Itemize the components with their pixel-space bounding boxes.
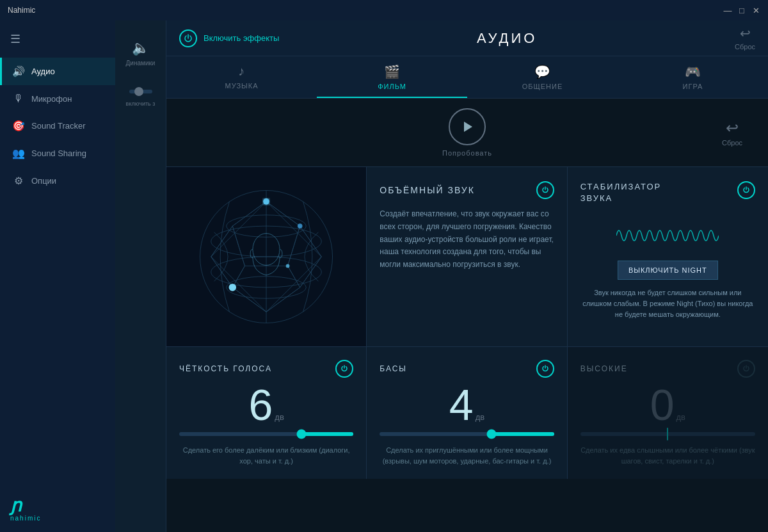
window-controls: — □ ✕ [723, 6, 760, 15]
device-toggle-thumb [134, 87, 143, 96]
stabilizer-power-toggle[interactable] [737, 181, 755, 199]
try-button[interactable]: Попробовать [442, 108, 492, 157]
nahimic-logo-symbol: ɲ [10, 497, 22, 515]
voice-slider-thumb [296, 430, 306, 439]
svg-point-7 [298, 223, 303, 229]
chat-tab-icon: 💬 [534, 64, 551, 79]
reset-corner-button[interactable]: ↩ Сброс [722, 119, 742, 147]
stabilizer-desc: Звук никогда не будет слишком сильным ил… [580, 287, 755, 320]
sidebar-item-sharing-label: Sound Sharing [31, 149, 86, 158]
voice-header: ЧЁТКОСТЬ ГОЛОСА [179, 360, 353, 378]
bottom-row: ЧЁТКОСТЬ ГОЛОСА 6 дв [166, 347, 768, 479]
voice-value: 6 [249, 383, 273, 426]
tab-game-label: ИГРА [683, 83, 703, 90]
voice-slider-fill [301, 432, 354, 436]
treble-value: 0 [650, 383, 675, 426]
reset-corner-label: Сброс [722, 139, 742, 147]
music-tab-icon: ♪ [238, 64, 245, 79]
waveform-container [580, 220, 755, 251]
nahimic-logo: ɲ nahimic [10, 497, 41, 522]
bass-slider-track[interactable] [380, 432, 554, 436]
bass-unit: дв [476, 412, 485, 422]
main-header: Включить эффекты АУДИО ↩ Сброс [166, 20, 768, 56]
bass-desc: Сделать их приглушёнными или более мощны… [380, 445, 554, 466]
surround-sphere-svg [193, 183, 340, 330]
try-row: Попробовать ↩ Сброс [166, 99, 768, 167]
sidebar-logo: ɲ nahimic [0, 487, 115, 532]
waveform-svg [616, 220, 719, 251]
device-toggle-label: включить з [126, 101, 156, 107]
close-button[interactable]: ✕ [751, 6, 760, 15]
bass-card: БАСЫ 4 дв Сд [367, 347, 567, 479]
sidebar-item-options-label: Опции [31, 176, 56, 186]
treble-power-toggle[interactable] [737, 360, 755, 378]
stabilizer-header: СТАБИЛИЗАТОР ЗВУКА [580, 181, 755, 204]
night-button[interactable]: ВЫКЛЮЧИТЬ NIGHT [618, 261, 718, 280]
enable-effects-button[interactable]: Включить эффекты [179, 29, 279, 47]
tab-film[interactable]: 🎬 ФИЛЬМ [317, 56, 467, 98]
voice-desc: Сделать его более далёким или близким (д… [179, 445, 353, 466]
tab-chat[interactable]: 💬 ОБЩЕНИЕ [467, 56, 618, 98]
sidebar-item-microphone-label: Микрофон [31, 94, 72, 104]
voice-power-icon [340, 365, 348, 373]
treble-title: ВЫСОКИЕ [580, 364, 628, 373]
svg-point-6 [263, 198, 269, 205]
maximize-button[interactable]: □ [737, 6, 746, 15]
enable-text: Включить эффекты [204, 33, 279, 43]
surround-power-toggle[interactable] [536, 181, 554, 199]
titlebar: Nahimic — □ ✕ [0, 0, 768, 20]
sidebar-item-options[interactable]: ⚙ Опции [0, 167, 115, 195]
treble-header: ВЫСОКИЕ [580, 360, 755, 378]
device-panel: 🔈 Динамики включить з [115, 20, 166, 532]
svg-point-9 [286, 264, 290, 268]
svg-marker-0 [464, 122, 472, 132]
stabilizer-power-icon [742, 186, 750, 194]
device-toggle-track[interactable] [129, 90, 152, 93]
power-svg [184, 34, 193, 43]
voice-title: ЧЁТКОСТЬ ГОЛОСА [179, 364, 272, 373]
bass-db-display: 4 дв [380, 383, 554, 427]
stabilizer-card: СТАБИЛИЗАТОР ЗВУКА ВЫКЛЮЧИТЬ NIG [568, 167, 768, 346]
audio-icon: 🔊 [12, 65, 25, 77]
device-speakers[interactable]: 🔈 Динамики [115, 33, 166, 73]
treble-card: ВЫСОКИЕ 0 дв Сделать их е [568, 347, 768, 479]
sidebar-item-sound-sharing[interactable]: 👥 Sound Sharing [0, 140, 115, 167]
try-label: Попробовать [442, 149, 492, 157]
hamburger-menu[interactable]: ☰ [0, 27, 115, 51]
microphone-icon: 🎙 [12, 93, 25, 104]
bass-slider-thumb [486, 430, 496, 439]
tab-film-label: ФИЛЬМ [378, 83, 406, 90]
svg-point-8 [229, 284, 237, 291]
bass-header: БАСЫ [380, 360, 554, 378]
tab-game[interactable]: 🎮 ИГРА [618, 56, 768, 98]
sidebar-item-audio[interactable]: 🔊 Аудио [0, 58, 115, 85]
voice-db-display: 6 дв [179, 383, 353, 427]
minimize-button[interactable]: — [723, 6, 732, 15]
try-btn-circle [449, 108, 486, 145]
play-icon [460, 120, 474, 134]
sidebar-item-sound-tracker[interactable]: 🎯 Sound Tracker [0, 112, 115, 140]
treble-power-icon [742, 365, 750, 373]
speakers-icon: 🔈 [132, 40, 149, 56]
tab-music-label: МУЗЫКА [225, 82, 258, 90]
voice-unit: дв [275, 412, 284, 422]
voice-slider-track[interactable] [179, 432, 353, 436]
voice-card: ЧЁТКОСТЬ ГОЛОСА 6 дв [166, 347, 367, 479]
sidebar-item-microphone[interactable]: 🎙 Микрофон [0, 85, 115, 112]
reset-icon: ↩ [740, 26, 751, 41]
surround-sphere-card [166, 167, 367, 346]
nahimic-logo-text: nahimic [10, 515, 41, 522]
tab-music[interactable]: ♪ МУЗЫКА [166, 56, 317, 98]
bass-power-toggle[interactable] [536, 360, 554, 378]
treble-desc: Сделать их едва слышными или более чётки… [580, 445, 755, 466]
page-title: АУДИО [279, 30, 735, 47]
bass-value: 4 [449, 383, 474, 426]
treble-slider-track[interactable] [580, 432, 755, 436]
voice-power-toggle[interactable] [335, 360, 353, 378]
surround-desc: Создаёт впечатление, что звук окружает в… [380, 208, 554, 271]
device-toggle[interactable]: включить з [115, 79, 166, 113]
tab-chat-label: ОБЩЕНИЕ [522, 83, 563, 90]
app-body: ☰ 🔊 Аудио 🎙 Микрофон 🎯 Sound Tracker 👥 S… [0, 20, 768, 532]
options-icon: ⚙ [12, 175, 25, 187]
reset-button[interactable]: ↩ Сброс [735, 26, 755, 51]
